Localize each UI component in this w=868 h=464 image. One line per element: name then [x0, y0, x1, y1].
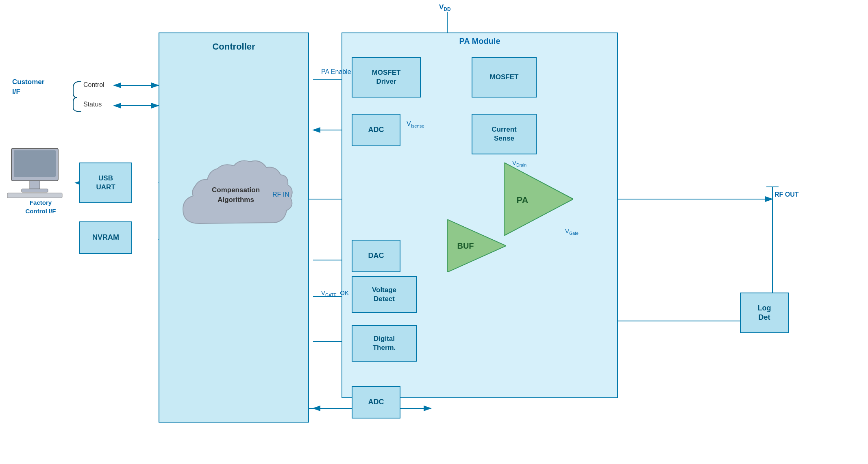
- vdd-label: VDD: [439, 3, 451, 12]
- rf-out-fork: [760, 185, 785, 217]
- svg-marker-35: [504, 163, 573, 236]
- vdd-sub: DD: [444, 7, 450, 12]
- v-drain-label: VDrain: [512, 159, 526, 167]
- svg-rect-41: [30, 181, 40, 189]
- mosfet-driver-block: MOSFETDriver: [352, 57, 421, 98]
- diagram: VDD PA Module Controller CompensationAlg…: [0, 0, 868, 464]
- svg-rect-40: [14, 150, 56, 177]
- adc-bottom-block: ADC: [352, 386, 400, 418]
- v-gate-label: VGate: [565, 228, 579, 236]
- nvram-block: NVRAM: [79, 221, 132, 254]
- usb-uart-block: USBUART: [79, 163, 132, 203]
- customer-if-label: CustomerI/F: [12, 77, 44, 97]
- svg-rect-43: [7, 193, 62, 198]
- digital-therm-block: DigitalTherm.: [352, 325, 417, 362]
- dac-block: DAC: [352, 240, 400, 272]
- svg-text:PA: PA: [517, 195, 529, 205]
- v-gate-ok-label: VGATE_OK: [321, 289, 349, 297]
- status-label: Status: [83, 101, 102, 108]
- control-label: Control: [83, 81, 104, 89]
- pa-enable-label: PA Enable: [321, 68, 351, 76]
- svg-marker-37: [447, 219, 506, 272]
- rf-in-label: RF IN: [272, 191, 289, 198]
- buf-triangle: BUF: [447, 219, 506, 274]
- svg-rect-42: [22, 189, 48, 192]
- pa-module-label: PA Module: [342, 37, 617, 46]
- v-isense-label: VIsense: [407, 120, 424, 128]
- current-sense-block: CurrentSense: [472, 114, 537, 154]
- controller-label: Controller: [159, 41, 308, 52]
- adc-top-block: ADC: [352, 114, 400, 146]
- compensation-text: CompensationAlgorithms: [199, 185, 272, 205]
- factory-if-label: FactoryControl I/F: [8, 198, 73, 215]
- voltage-detect-block: VoltageDetect: [352, 276, 417, 313]
- pa-triangle: PA: [504, 163, 573, 237]
- customer-if-brace: [71, 79, 83, 112]
- log-det-block: LogDet: [740, 293, 789, 333]
- computer-icon: [7, 146, 70, 201]
- svg-text:BUF: BUF: [457, 241, 474, 250]
- mosfet-block: MOSFET: [472, 57, 537, 98]
